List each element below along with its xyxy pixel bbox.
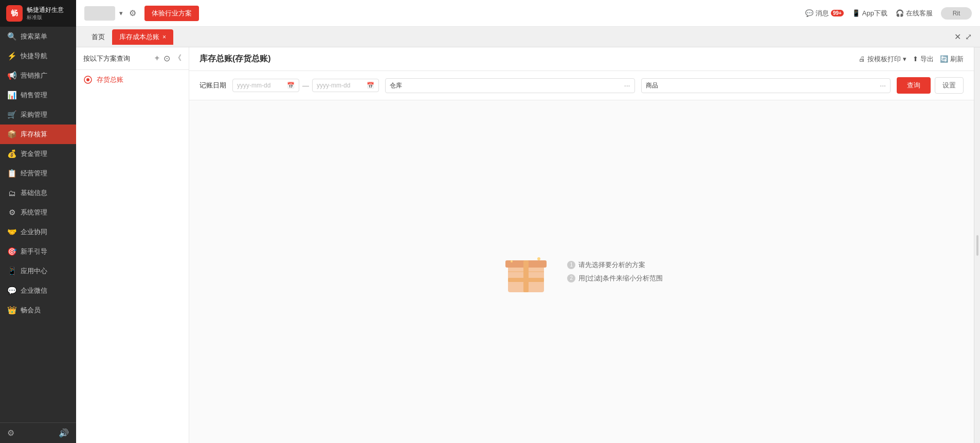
product-more-icon[interactable]: ··· [880, 81, 886, 90]
topbar: ▾ ⚙ 体验行业方案 💬 消息 99+ 📱 App下载 🎧 在线客服 Rit [76, 0, 980, 27]
warehouse-select[interactable]: 仓库 ··· [385, 78, 635, 93]
phone-icon: 📱 [852, 9, 860, 17]
sidebar-item-label: 企业协同 [21, 227, 47, 237]
sidebar-item-label: 企业微信 [21, 286, 47, 295]
logo-name: 畅捷通好生意 [27, 6, 64, 14]
settings-btn[interactable]: 设置 [935, 77, 964, 94]
sidebar-item-label: 基础信息 [21, 188, 47, 198]
filter-collapse-btn[interactable]: 《 [174, 54, 182, 63]
filter-add-btn[interactable]: + [155, 54, 159, 63]
handle-indicator [976, 235, 978, 256]
sidebar-item-newbie[interactable]: 🎯 新手引导 [0, 242, 76, 261]
chat-icon: 💬 [7, 286, 16, 295]
refresh-icon: 🔄 [940, 55, 948, 63]
export-icon: ⬆ [913, 55, 918, 63]
warehouse-more-icon[interactable]: ··· [624, 81, 630, 90]
folder-icon: 🗂 [7, 188, 16, 198]
message-btn[interactable]: 💬 消息 99+ [805, 9, 844, 18]
sidebar-item-label: 快捷导航 [21, 51, 47, 61]
audio-icon[interactable]: 🔊 [59, 428, 69, 438]
tabs-bar: 首页 库存成本总账 × ✕ ⤢ [76, 27, 980, 47]
sidebar-item-marketing[interactable]: 📢 营销推广 [0, 66, 76, 85]
step-1-num: 1 [567, 261, 575, 269]
page-header: 库存总账(存货总账) 🖨 按模板打印 ▾ ⬆ 导出 🔄 刷新 [189, 47, 974, 71]
svg-point-8 [511, 260, 513, 262]
panel-close-icon[interactable]: ✕ [954, 32, 961, 42]
print-btn[interactable]: 🖨 按模板打印 ▾ [859, 55, 906, 64]
user-dropdown-icon[interactable]: ▾ [119, 9, 123, 17]
industry-btn[interactable]: 体验行业方案 [144, 6, 199, 21]
warehouse-label: 仓库 [390, 81, 402, 90]
sidebar-item-label: 采购管理 [21, 110, 47, 119]
support-btn[interactable]: 🎧 在线客服 [896, 9, 933, 18]
product-select[interactable]: 商品 ··· [641, 78, 891, 93]
date-end-input[interactable]: yyyy-mm-dd 📅 [312, 79, 379, 92]
svg-point-7 [537, 257, 540, 260]
search-actions: 查询 设置 [897, 77, 964, 94]
search-icon: 🔍 [7, 32, 16, 41]
tab-inventory-ledger[interactable]: 库存成本总账 × [112, 29, 173, 45]
content-area: 按以下方案查询 + ⊙ 《 存货总账 [76, 47, 980, 443]
empty-tip-2: 2 用[过滤]条件来缩小分析范围 [567, 272, 662, 285]
sidebar-item-label: 搜索菜单 [21, 32, 47, 41]
export-label: 导出 [920, 55, 934, 64]
date-end-placeholder: yyyy-mm-dd [317, 82, 350, 89]
handshake-icon: 🤝 [7, 227, 16, 237]
sidebar-item-appcenter[interactable]: 📱 应用中心 [0, 261, 76, 281]
app-download-btn[interactable]: 📱 App下载 [852, 9, 887, 18]
sidebar-item-operation[interactable]: 📋 经营管理 [0, 164, 76, 183]
sidebar-item-enterprise[interactable]: 🤝 企业协同 [0, 222, 76, 242]
filter-header-actions: + ⊙ 《 [155, 54, 182, 63]
sidebar-item-wechat[interactable]: 💬 企业微信 [0, 281, 76, 300]
page-header-actions: 🖨 按模板打印 ▾ ⬆ 导出 🔄 刷新 [859, 55, 964, 64]
page-title: 库存总账(存货总账) [199, 54, 271, 64]
topbar-left: ▾ ⚙ 体验行业方案 [84, 6, 805, 21]
search-btn[interactable]: 查询 [897, 77, 931, 94]
cart-icon: 🛒 [7, 110, 16, 119]
tab-home[interactable]: 首页 [84, 29, 112, 45]
sidebar-item-finance[interactable]: 💰 资金管理 [0, 144, 76, 164]
main-content: 库存总账(存货总账) 🖨 按模板打印 ▾ ⬆ 导出 🔄 刷新 [189, 47, 974, 443]
filter-item-inventory-ledger[interactable]: 存货总账 [76, 70, 189, 90]
sidebar-item-system[interactable]: ⚙ 系统管理 [0, 203, 76, 222]
search-bar: 记账日期 yyyy-mm-dd 📅 — yyyy-mm-dd 📅 仓库 ··· [189, 71, 974, 100]
sidebar-nav: 🔍 搜索菜单 ⚡ 快捷导航 📢 营销推广 📊 销售管理 🛒 采购管理 📦 库存核… [0, 27, 76, 422]
sidebar-item-label: 经营管理 [21, 169, 47, 178]
export-btn[interactable]: ⬆ 导出 [913, 55, 934, 64]
sidebar-item-basic[interactable]: 🗂 基础信息 [0, 183, 76, 203]
print-label: 按模板打印 [867, 55, 901, 64]
filter-item-icon [83, 75, 93, 84]
logo-sub: 标准版 [27, 14, 64, 21]
calendar-icon: 📅 [287, 82, 295, 89]
sidebar-item-inventory[interactable]: 📦 库存核算 [0, 125, 76, 144]
gear-icon: ⚙ [7, 208, 16, 217]
user-badge[interactable]: Rit [941, 7, 972, 20]
sidebar-item-search[interactable]: 🔍 搜索菜单 [0, 27, 76, 46]
clipboard-icon: 📋 [7, 169, 16, 178]
settings-bottom-icon[interactable]: ⚙ [7, 428, 14, 438]
tab-close-icon[interactable]: × [162, 33, 166, 41]
calendar-end-icon: 📅 [367, 82, 374, 89]
topbar-settings-icon[interactable]: ⚙ [129, 8, 136, 18]
sidebar-item-label: 库存核算 [21, 130, 47, 139]
right-panel-handle[interactable] [974, 47, 980, 443]
sidebar-item-quicknav[interactable]: ⚡ 快捷导航 [0, 46, 76, 66]
crown-icon: 👑 [7, 306, 16, 315]
sidebar-item-label: 资金管理 [21, 149, 47, 158]
refresh-btn[interactable]: 🔄 刷新 [940, 55, 964, 64]
topbar-right: 💬 消息 99+ 📱 App下载 🎧 在线客服 Rit [805, 7, 972, 20]
filter-settings-btn[interactable]: ⊙ [164, 54, 170, 63]
empty-inner: 1 请先选择要分析的方案 2 用[过滤]条件来缩小分析范围 [500, 246, 662, 297]
date-start-input[interactable]: yyyy-mm-dd 📅 [232, 79, 299, 92]
panel-expand-icon[interactable]: ⤢ [965, 32, 972, 42]
sidebar-item-member[interactable]: 👑 畅会员 [0, 300, 76, 320]
sidebar: 畅 畅捷通好生意 标准版 🔍 搜索菜单 ⚡ 快捷导航 📢 营销推广 📊 销售管理… [0, 0, 76, 443]
logo-icon: 畅 [6, 5, 23, 22]
sidebar-item-sales[interactable]: 📊 销售管理 [0, 85, 76, 105]
sidebar-item-purchase[interactable]: 🛒 采购管理 [0, 105, 76, 125]
sidebar-footer: ⚙ 🔊 [0, 422, 76, 443]
print-dropdown-icon[interactable]: ▾ [903, 55, 906, 63]
target-icon: 🎯 [7, 247, 16, 256]
empty-tip-2-text: 用[过滤]条件来缩小分析范围 [578, 272, 662, 285]
svg-point-1 [86, 78, 89, 81]
